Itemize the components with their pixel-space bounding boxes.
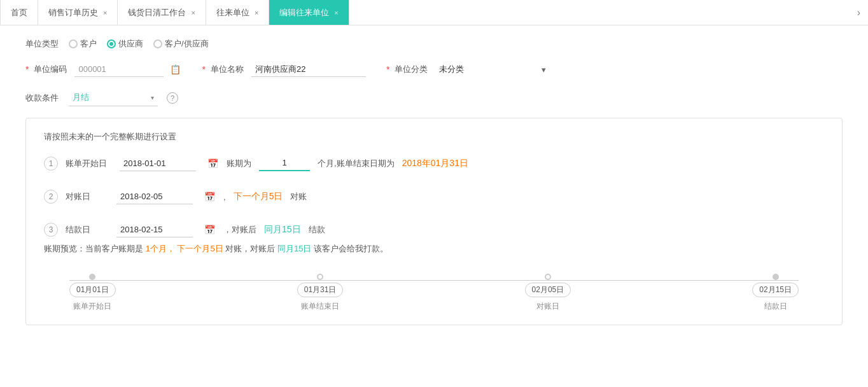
period-settings-section: 请按照未来的一个完整帐期进行设置 1 账单开始日 📅 账期为 个月,账单结束日期… — [25, 118, 843, 325]
step-label-2: 对账日 — [66, 191, 104, 202]
step-label-1: 账单开始日 — [66, 158, 107, 169]
unit-name-input[interactable] — [251, 62, 366, 77]
timeline-dot-1 — [317, 274, 323, 280]
period-month-input[interactable] — [259, 155, 310, 171]
payment-date-calendar-icon[interactable]: 📅 — [203, 223, 216, 236]
payment-condition-select[interactable]: 月结 ▾ — [69, 89, 158, 106]
timeline-tag-2: 02月05日 — [525, 283, 571, 297]
close-tab-edit-unit[interactable]: × — [334, 9, 338, 17]
payment-condition-chevron-icon: ▾ — [151, 94, 154, 101]
payment-date-input[interactable] — [116, 222, 193, 237]
timeline: 01月01日 账单开始日 01月31日 账单结束日 02月05日 对账日 02月… — [44, 274, 824, 312]
unit-code-input[interactable] — [74, 62, 164, 77]
payment-condition-label: 收款条件 — [25, 92, 59, 104]
reconcile-date-input[interactable] — [116, 189, 193, 204]
required-star-name: * — [202, 64, 205, 74]
tab-home[interactable]: 首页 — [0, 0, 38, 25]
radio-circle-both — [153, 39, 162, 48]
step-1-suffix-after: 个月,账单结束日期为 — [318, 158, 395, 169]
step-row-1: 1 账单开始日 📅 账期为 个月,账单结束日期为 2018年01月31日 — [44, 155, 824, 171]
unit-classify-select[interactable]: 未分类 — [435, 61, 550, 78]
unit-code-label: 单位编码 — [34, 64, 67, 75]
main-content: 单位类型 客户 供应商 客户/供应商 * 单位编码 📋 * 单位名称 — [0, 25, 868, 387]
timeline-sublabel-0: 账单开始日 — [73, 301, 111, 312]
timeline-point-2: 02月05日 对账日 — [525, 274, 571, 312]
step-2-highlight: 下一个月5日 — [234, 191, 283, 202]
timeline-dot-0 — [89, 274, 95, 280]
radio-label-both: 客户/供应商 — [165, 38, 209, 50]
preview-period: 1个月， — [146, 244, 175, 253]
radio-label-customer: 客户 — [80, 38, 97, 50]
step-num-1: 1 — [44, 157, 58, 171]
required-star-code: * — [25, 64, 29, 74]
unit-info-row: * 单位编码 📋 * 单位名称 * 单位分类 未分类 — [25, 61, 843, 78]
reconcile-date-calendar-icon[interactable]: 📅 — [203, 190, 216, 203]
tab-trade-unit[interactable]: 往来单位 × — [206, 0, 269, 25]
step-3-prefix: ，对账后 — [223, 224, 256, 236]
radio-circle-customer — [69, 39, 78, 48]
unit-classify-group: * 单位分类 未分类 — [386, 61, 550, 78]
start-date-input[interactable] — [120, 156, 196, 171]
unit-code-group: * 单位编码 📋 — [25, 62, 181, 77]
copy-icon[interactable]: 📋 — [169, 63, 181, 76]
preview-text: 账期预览：当前客户账期是 1个月， 下一个月5日 对账，对账后 同月15日 该客… — [44, 243, 824, 256]
timeline-points: 01月01日 账单开始日 01月31日 账单结束日 02月05日 对账日 02月… — [69, 274, 799, 312]
step-3-highlight: 同月15日 — [264, 224, 301, 236]
payment-condition-value: 月结 — [73, 92, 148, 103]
help-icon[interactable]: ? — [167, 92, 178, 104]
step-row-2: 2 对账日 📅 , 下一个月5日 对账 — [44, 189, 824, 204]
radio-both[interactable]: 客户/供应商 — [153, 38, 209, 50]
unit-name-label: 单位名称 — [211, 64, 244, 75]
step-label-3: 结款日 — [66, 224, 104, 236]
step-num-2: 2 — [44, 190, 58, 204]
radio-supplier[interactable]: 供应商 — [107, 38, 143, 50]
close-tab-cash-work[interactable]: × — [191, 9, 195, 17]
timeline-point-3: 02月15日 结款日 — [752, 274, 799, 312]
timeline-tag-3: 02月15日 — [752, 283, 799, 297]
tab-sales-history[interactable]: 销售订单历史 × — [38, 0, 118, 25]
tab-scroll-arrow[interactable]: › — [850, 7, 868, 18]
preview-payment: 同月15日 — [277, 244, 311, 253]
start-date-calendar-icon[interactable]: 📅 — [206, 157, 219, 170]
step-3-suffix: 结款 — [309, 224, 325, 236]
unit-type-label: 单位类型 — [25, 38, 59, 50]
preview-label: 账期预览：当前客户账期是 — [44, 244, 143, 253]
payment-condition-row: 收款条件 月结 ▾ ? — [25, 89, 843, 106]
unit-classify-label: 单位分类 — [395, 64, 428, 75]
step-2-suffix: 对账 — [290, 191, 307, 202]
timeline-point-0: 01月01日 账单开始日 — [69, 274, 116, 312]
tab-bar: 首页 销售订单历史 × 钱货日清工作台 × 往来单位 × 编辑往来单位 × › — [0, 0, 868, 25]
step-2-prefix: , — [223, 192, 226, 202]
radio-customer[interactable]: 客户 — [69, 38, 97, 50]
unit-type-row: 单位类型 客户 供应商 客户/供应商 — [25, 38, 843, 50]
required-star-classify: * — [386, 64, 389, 74]
preview-tail: 该客户会给我打款。 — [314, 244, 388, 253]
tab-edit-unit[interactable]: 编辑往来单位 × — [269, 0, 349, 25]
unit-type-radio-group: 客户 供应商 客户/供应商 — [69, 38, 209, 50]
period-end-date: 2018年01月31日 — [402, 158, 468, 169]
unit-classify-value: 未分类 — [439, 64, 542, 75]
classify-chevron-icon — [542, 64, 546, 74]
step-1-suffix-before: 账期为 — [227, 158, 251, 169]
timeline-sublabel-3: 结款日 — [764, 301, 787, 312]
preview-reconcile-suffix: 对账，对账后 — [225, 244, 275, 253]
timeline-dot-2 — [545, 274, 551, 280]
close-tab-trade-unit[interactable]: × — [255, 9, 258, 17]
preview-reconcile: 下一个月5日 — [177, 244, 223, 253]
timeline-sublabel-2: 对账日 — [536, 301, 559, 312]
timeline-tag-0: 01月01日 — [69, 283, 116, 297]
timeline-point-1: 01月31日 账单结束日 — [297, 274, 344, 312]
step-row-3: 3 结款日 📅 ，对账后 同月15日 结款 — [44, 222, 824, 237]
close-tab-sales-history[interactable]: × — [103, 9, 107, 17]
section-instruction: 请按照未来的一个完整帐期进行设置 — [44, 131, 824, 143]
timeline-sublabel-1: 账单结束日 — [301, 301, 339, 312]
timeline-tag-1: 01月31日 — [297, 283, 344, 297]
unit-name-group: * 单位名称 — [202, 62, 365, 77]
tab-cash-work[interactable]: 钱货日清工作台 × — [118, 0, 206, 25]
step-num-3: 3 — [44, 223, 58, 237]
radio-label-supplier: 供应商 — [118, 38, 143, 50]
timeline-dot-3 — [773, 274, 779, 280]
radio-circle-supplier — [107, 39, 116, 48]
